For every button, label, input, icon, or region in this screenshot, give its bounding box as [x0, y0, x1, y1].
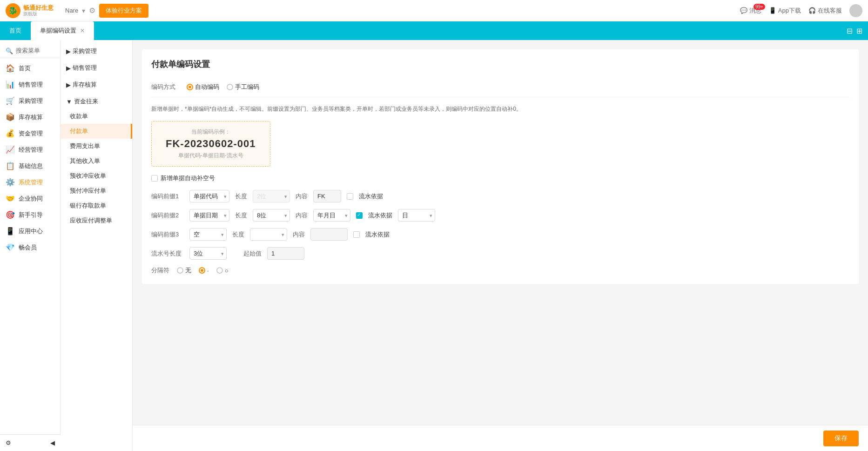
top-bar-middle: Nare ▾ ⚙ 体验行业方案 — [65, 4, 736, 18]
sub-menu-inventory-title[interactable]: ▶ 库存核算 — [61, 77, 132, 92]
example-code: FK-20230602-001 — [166, 138, 256, 150]
auto-encoding-label: 自动编码 — [195, 83, 219, 91]
company-chevron-button[interactable]: ▾ — [82, 7, 85, 14]
sidebar-item-operation[interactable]: 📈 经营管理 — [0, 141, 60, 158]
manual-radio-circle — [227, 84, 233, 90]
maximize-button[interactable]: ⊞ — [856, 27, 862, 35]
prefix-2-select-wrapper: 单据日期 — [189, 209, 229, 222]
sep-none-circle — [177, 267, 183, 274]
sidebar-item-member-label: 畅会员 — [19, 243, 37, 252]
sub-menu-item-payment[interactable]: 付款单 — [61, 124, 132, 139]
prefix-3-select[interactable]: 空 — [189, 228, 227, 241]
sidebar-item-guide[interactable]: 🎯 新手引导 — [0, 207, 60, 223]
app-download-label: App下载 — [778, 7, 801, 15]
length-1-select[interactable]: 2位 — [253, 190, 290, 202]
online-service-button[interactable]: 🎧 在线客服 — [808, 7, 842, 15]
serial-length-select[interactable]: 3位 — [189, 247, 227, 260]
user-avatar[interactable] — [849, 4, 862, 17]
sidebar-item-home-label: 首页 — [19, 64, 31, 73]
sidebar-search[interactable]: 🔍 搜索菜单 — [0, 44, 60, 58]
message-button[interactable]: 💬 消息 99+ — [740, 7, 761, 15]
sep-circle-radio[interactable]: ○ — [216, 267, 229, 274]
start-value-input[interactable] — [267, 247, 304, 260]
sep-none-radio[interactable]: 无 — [177, 266, 191, 275]
sub-menu-item-receipt[interactable]: 收款单 — [61, 109, 132, 124]
length-3-select[interactable] — [250, 228, 287, 241]
sub-menu-inventory: ▶ 库存核算 — [61, 77, 132, 92]
content-3-input[interactable] — [310, 228, 348, 241]
member-icon: 💎 — [6, 243, 15, 252]
serial-check-1[interactable] — [347, 193, 353, 200]
content-1-input[interactable] — [313, 190, 341, 202]
appcenter-icon: 📱 — [6, 227, 15, 236]
serial-3-label: 流水依据 — [365, 230, 390, 239]
sidebar-item-home[interactable]: 🏠 首页 — [0, 60, 60, 76]
sidebar-item-purchase[interactable]: 🛒 采购管理 — [0, 93, 60, 109]
settings-gear-button[interactable]: ⚙ — [89, 6, 95, 15]
chevron-right-icon: ▶ — [66, 48, 71, 55]
sub-menu-sales-title[interactable]: ▶ 销售管理 — [61, 61, 132, 75]
sidebar-collapse-icon[interactable]: ◀ — [50, 439, 55, 446]
sidebar-settings-icon[interactable]: ⚙ — [6, 439, 11, 446]
content-2-select-wrapper: 年月日 — [313, 209, 350, 222]
tab-home[interactable]: 首页 — [0, 21, 31, 40]
save-button[interactable]: 保存 — [823, 431, 859, 446]
length-1-select-wrapper: 2位 — [253, 190, 290, 202]
sidebar-item-enterprise[interactable]: 🤝 企业协同 — [0, 190, 60, 207]
encoding-method-row: 编码方式 自动编码 手工编码 — [151, 77, 849, 97]
sidebar-item-finance[interactable]: 💰 资金管理 — [0, 125, 60, 141]
main-card: 付款单编码设置 编码方式 自动编码 手工编码 — [142, 49, 859, 284]
sub-menu-item-other-income[interactable]: 其他收入单 — [61, 154, 132, 168]
sub-menu-capital-title[interactable]: ▼ 资金往来 — [61, 94, 132, 109]
sub-menu-item-prepay-pay[interactable]: 预付冲应付单 — [61, 183, 132, 198]
auto-encoding-radio[interactable]: 自动编码 — [187, 83, 219, 91]
sidebar-item-sales[interactable]: 📊 销售管理 — [0, 76, 60, 93]
trial-button[interactable]: 体验行业方案 — [99, 4, 148, 18]
sidebar-item-member[interactable]: 💎 畅会员 — [0, 239, 60, 256]
sidebar: 🔍 搜索菜单 🏠 首页 📊 销售管理 🛒 采购管理 📦 库存核算 💰 资金管理 … — [0, 40, 61, 451]
sidebar-item-base[interactable]: 📋 基础信息 — [0, 158, 60, 174]
finance-icon: 💰 — [6, 129, 15, 138]
content-2-select[interactable]: 年月日 — [313, 209, 350, 222]
sep-none-label: 无 — [185, 266, 191, 275]
serial-check-3[interactable] — [353, 231, 360, 238]
prefix-1-select[interactable]: 单据代码 — [189, 190, 229, 202]
sub-menu-item-adjustment[interactable]: 应收应付调整单 — [61, 213, 132, 228]
length-2-select[interactable]: 8位 — [253, 209, 290, 222]
tab-encoding-settings[interactable]: 单据编码设置 ✕ — [31, 21, 94, 40]
sidebar-item-guide-label: 新手引导 — [19, 211, 43, 219]
length-2-select-wrapper: 8位 — [253, 209, 290, 222]
sub-menu-item-bank[interactable]: 银行存取款单 — [61, 198, 132, 213]
tab-close-icon[interactable]: ✕ — [80, 27, 85, 34]
sidebar-search-label: 搜索菜单 — [16, 47, 40, 55]
auto-fill-checkbox[interactable] — [151, 175, 158, 182]
minimize-button[interactable]: ⊟ — [847, 27, 853, 35]
sep-dot-circle — [199, 267, 205, 274]
sub-menu-sales: ▶ 销售管理 — [61, 61, 132, 75]
sidebar-item-system[interactable]: ⚙️ 系统管理 — [0, 174, 60, 190]
auto-radio-circle — [187, 84, 193, 90]
sep-dot-label: · — [207, 267, 209, 274]
manual-encoding-radio[interactable]: 手工编码 — [227, 83, 259, 91]
serial-length-select-wrapper: 3位 — [189, 247, 227, 260]
sep-dot-radio[interactable]: · — [199, 267, 209, 274]
length-2-label: 长度 — [235, 211, 247, 220]
sub-menu-item-expense[interactable]: 费用支出单 — [61, 139, 132, 154]
sidebar-item-inventory[interactable]: 📦 库存核算 — [0, 109, 60, 125]
app-download-button[interactable]: 📱 App下载 — [769, 7, 801, 15]
sidebar-item-base-label: 基础信息 — [19, 162, 43, 170]
serial-check-2[interactable] — [356, 212, 363, 219]
manual-encoding-label: 手工编码 — [235, 83, 259, 91]
top-bar: 🐉 畅通好生意 旗舰版 Nare ▾ ⚙ 体验行业方案 💬 消息 99+ 📱 A… — [0, 0, 868, 21]
sidebar-item-appcenter[interactable]: 📱 应用中心 — [0, 223, 60, 239]
service-icon: 🎧 — [808, 7, 816, 14]
length-3-select-wrapper — [250, 228, 287, 241]
download-icon: 📱 — [769, 7, 776, 14]
day-select[interactable]: 日 月 年 — [398, 209, 435, 222]
sidebar-item-purchase-label: 采购管理 — [19, 97, 43, 105]
logo-main: 畅通好生意 — [23, 4, 54, 12]
prefix-2-select[interactable]: 单据日期 — [189, 209, 229, 222]
sub-menu-purchase-title[interactable]: ▶ 采购管理 — [61, 44, 132, 59]
sub-menu-item-prepay-recv[interactable]: 预收冲应收单 — [61, 168, 132, 183]
start-value-label: 起始值 — [243, 249, 262, 258]
